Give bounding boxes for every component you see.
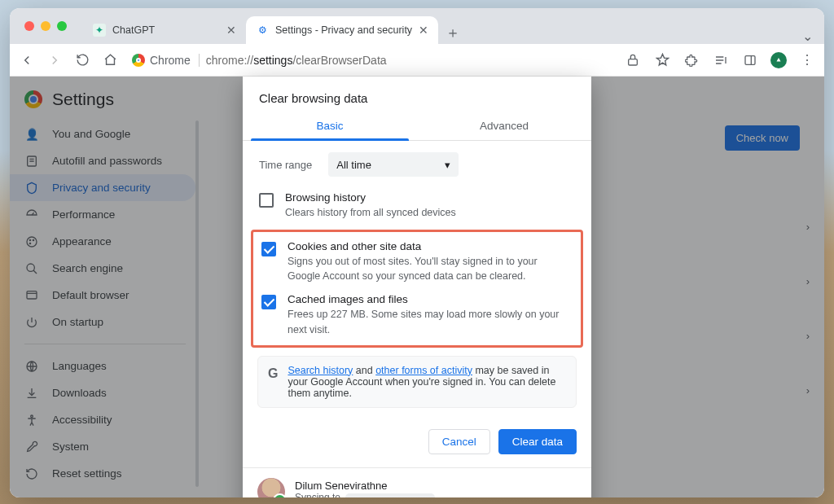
option-title: Cookies and other site data xyxy=(288,240,573,252)
reading-list-icon[interactable] xyxy=(712,51,730,69)
dropdown-icon: ▾ xyxy=(445,159,450,171)
site-identity[interactable]: Chrome xyxy=(132,54,200,67)
checkbox[interactable] xyxy=(259,193,274,208)
zoom-window-button[interactable] xyxy=(57,21,67,31)
back-button[interactable] xyxy=(18,51,36,69)
tab-overflow-button[interactable]: ⌄ xyxy=(802,28,813,44)
new-tab-button[interactable]: ＋ xyxy=(441,21,464,44)
tab-advanced[interactable]: Advanced xyxy=(417,112,591,140)
user-sync-status: Syncing to xyxy=(295,492,435,497)
settings-favicon: ⚙ xyxy=(256,24,269,37)
google-icon: G xyxy=(268,366,278,399)
url-text: chrome://settings/clearBrowserData xyxy=(206,54,387,67)
chrome-icon xyxy=(132,54,145,67)
bookmark-icon[interactable] xyxy=(653,51,671,69)
close-window-button[interactable] xyxy=(24,21,34,31)
option-cookies[interactable]: Cookies and other site data Signs you ou… xyxy=(253,235,581,288)
tab-title: Settings - Privacy and security xyxy=(275,24,412,36)
tab-title: ChatGPT xyxy=(112,24,155,36)
user-name: Dilum Senevirathne xyxy=(295,480,435,492)
clear-data-button[interactable]: Clear data xyxy=(498,429,577,454)
divider xyxy=(243,467,591,468)
time-range-value: All time xyxy=(336,159,371,171)
info-text: Search history and other forms of activi… xyxy=(288,365,566,399)
sync-placeholder xyxy=(345,493,435,497)
other-activity-link[interactable]: other forms of activity xyxy=(375,365,472,376)
toolbar: Chrome chrome://settings/clearBrowserDat… xyxy=(10,44,824,77)
time-range-label: Time range xyxy=(259,159,312,171)
profile-button[interactable] xyxy=(770,52,787,68)
home-button[interactable] xyxy=(101,51,119,69)
window-controls xyxy=(16,21,75,31)
address-bar[interactable]: Chrome chrome://settings/clearBrowserDat… xyxy=(129,54,614,67)
chatgpt-favicon: ✦ xyxy=(93,24,106,37)
checkbox[interactable] xyxy=(261,242,276,256)
share-icon[interactable] xyxy=(624,51,642,69)
google-account-info: G Search history and other forms of acti… xyxy=(257,356,577,408)
content-area: Settings 👤You and Google Autofill and pa… xyxy=(10,77,824,497)
option-desc: Frees up 227 MB. Some sites may load mor… xyxy=(288,307,573,336)
option-browsing-history[interactable]: Browsing history Clears history from all… xyxy=(243,183,591,228)
svg-rect-1 xyxy=(745,55,755,64)
option-cached[interactable]: Cached images and files Frees up 227 MB.… xyxy=(253,288,581,341)
tab-chatgpt[interactable]: ✦ ChatGPT ✕ xyxy=(83,16,246,44)
option-desc: Signs you out of most sites. You'll stay… xyxy=(288,254,573,283)
signed-in-user-row: Dilum Senevirathne Syncing to xyxy=(243,478,591,497)
tab-basic[interactable]: Basic xyxy=(243,112,417,140)
avatar xyxy=(257,478,285,497)
dialog-tabs: Basic Advanced xyxy=(243,112,591,141)
cancel-button[interactable]: Cancel xyxy=(428,429,490,454)
close-tab-icon[interactable]: ✕ xyxy=(419,24,428,37)
toolbar-actions: ⋮ xyxy=(624,51,816,69)
clear-browsing-data-dialog: Clear browsing data Basic Advanced Time … xyxy=(243,77,591,497)
option-title: Cached images and files xyxy=(288,293,573,305)
time-range-select[interactable]: All time ▾ xyxy=(328,152,459,177)
reload-button[interactable] xyxy=(73,51,91,69)
menu-icon[interactable]: ⋮ xyxy=(798,51,816,69)
option-desc: Clears history from all synced devices xyxy=(285,205,456,220)
time-range-row: Time range All time ▾ xyxy=(243,141,591,183)
browser-window: ✦ ChatGPT ✕ ⚙ Settings - Privacy and sec… xyxy=(10,8,824,497)
tab-settings[interactable]: ⚙ Settings - Privacy and security ✕ xyxy=(246,16,438,44)
dialog-title: Clear browsing data xyxy=(243,91,591,112)
minimize-window-button[interactable] xyxy=(41,21,50,31)
close-tab-icon[interactable]: ✕ xyxy=(226,24,236,37)
side-panel-icon[interactable] xyxy=(741,51,759,69)
svg-rect-0 xyxy=(629,59,638,64)
tab-strip: ✦ ChatGPT ✕ ⚙ Settings - Privacy and sec… xyxy=(83,8,818,44)
extensions-icon[interactable] xyxy=(683,51,700,69)
dialog-actions: Cancel Clear data xyxy=(243,408,591,458)
highlight-box: Cookies and other site data Signs you ou… xyxy=(251,230,583,348)
checkbox[interactable] xyxy=(261,295,276,309)
option-title: Browsing history xyxy=(285,191,456,204)
search-history-link[interactable]: Search history xyxy=(288,365,353,376)
forward-button[interactable] xyxy=(46,51,64,69)
site-name: Chrome xyxy=(150,54,191,67)
titlebar: ✦ ChatGPT ✕ ⚙ Settings - Privacy and sec… xyxy=(10,8,824,44)
